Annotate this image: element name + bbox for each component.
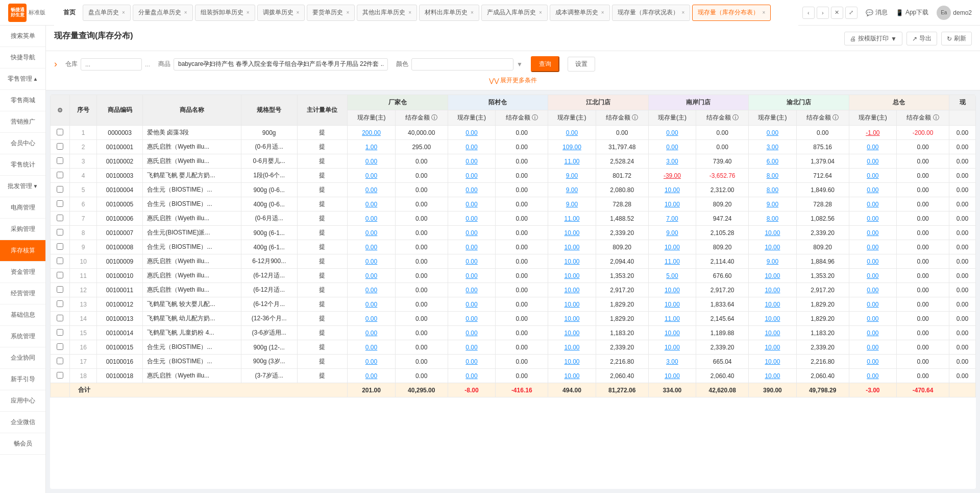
row-checkbox[interactable]	[57, 157, 63, 164]
sidebar-item-retail-mgmt[interactable]: 零售管理 ▲	[0, 68, 45, 90]
cell-factory-qty[interactable]: 0.00	[348, 212, 396, 226]
cell-yubei-qty[interactable]: 10.00	[749, 269, 797, 283]
cell-nanan-qty[interactable]: 10.00	[648, 326, 696, 340]
cell-jiangbei-qty[interactable]: 10.00	[548, 326, 596, 340]
export-button[interactable]: ↗ 导出	[906, 32, 937, 45]
cell-yubei-qty[interactable]: 10.00	[749, 355, 797, 369]
cell-check[interactable]	[51, 283, 70, 297]
sidebar-item-retail-stats[interactable]: 零售统计	[0, 154, 45, 176]
cell-nanan-qty[interactable]: 10.00	[648, 240, 696, 254]
row-checkbox[interactable]	[57, 172, 63, 178]
cell-jiangbei-qty[interactable]: 9.00	[548, 183, 596, 197]
cell-yubei-qty[interactable]: 8.00	[749, 183, 797, 197]
sidebar-item-cooperation[interactable]: 企业协同	[0, 347, 45, 369]
cell-nanan-qty[interactable]: 10.00	[648, 197, 696, 212]
cell-check[interactable]	[51, 297, 70, 312]
close-icon[interactable]: ×	[247, 10, 250, 15]
message-button[interactable]: 💬 消息	[866, 8, 888, 17]
cell-total-qty[interactable]: -1.00	[849, 126, 897, 140]
cell-mucun-qty[interactable]: 0.00	[448, 297, 496, 312]
sidebar-item-finance[interactable]: 资金管理	[0, 262, 45, 283]
cell-total-qty[interactable]: 0.00	[849, 212, 897, 226]
cell-jiangbei-qty[interactable]: 9.00	[548, 197, 596, 212]
cell-jiangbei-qty[interactable]: 10.00	[548, 340, 596, 355]
prev-tab-button[interactable]: ‹	[802, 7, 815, 19]
tab-home[interactable]: 首页	[58, 5, 81, 21]
row-checkbox[interactable]	[57, 129, 63, 135]
cell-yubei-qty[interactable]: 8.00	[749, 169, 797, 183]
cell-mucun-qty[interactable]: 0.00	[448, 254, 496, 269]
close-tab-button[interactable]: ✕	[831, 7, 843, 19]
cell-total-qty[interactable]: 0.00	[849, 140, 897, 154]
row-checkbox[interactable]	[57, 243, 63, 250]
sidebar-item-search[interactable]: 搜索英单	[0, 26, 45, 47]
cell-jiangbei-qty[interactable]: 9.00	[548, 169, 596, 183]
cell-yubei-qty[interactable]: 6.00	[749, 154, 797, 169]
cell-jiangbei-qty[interactable]: 10.00	[548, 254, 596, 269]
cell-check[interactable]	[51, 126, 70, 140]
row-checkbox[interactable]	[57, 229, 63, 236]
cell-mucun-qty[interactable]: 0.00	[448, 197, 496, 212]
sidebar-item-new-guide[interactable]: 新手引导	[0, 369, 45, 390]
cell-jiangbei-qty[interactable]: 10.00	[548, 355, 596, 369]
tab-branch-stocktake[interactable]: 分量盘点单历史 ×	[133, 5, 193, 21]
cell-factory-qty[interactable]: 0.00	[348, 355, 396, 369]
row-checkbox[interactable]	[57, 343, 63, 350]
cell-nanan-qty[interactable]: 0.00	[648, 140, 696, 154]
close-icon[interactable]: ×	[346, 10, 349, 15]
cell-nanan-qty[interactable]: 10.00	[648, 297, 696, 312]
cell-yubei-qty[interactable]: 10.00	[749, 312, 797, 326]
cell-jiangbei-qty[interactable]: 11.00	[548, 212, 596, 226]
cell-nanan-qty[interactable]: 10.00	[648, 283, 696, 297]
row-checkbox[interactable]	[57, 143, 63, 150]
cell-total-qty[interactable]: 0.00	[849, 183, 897, 197]
cell-factory-qty[interactable]: 200.00	[348, 126, 396, 140]
cell-check[interactable]	[51, 369, 70, 383]
cell-yubei-qty[interactable]: 10.00	[749, 297, 797, 312]
close-icon[interactable]: ×	[297, 10, 300, 15]
cell-nanan-qty[interactable]: 10.00	[648, 183, 696, 197]
cell-check[interactable]	[51, 226, 70, 240]
cell-yubei-qty[interactable]: 10.00	[749, 369, 797, 383]
cell-nanan-qty[interactable]: 9.00	[648, 226, 696, 240]
cell-check[interactable]	[51, 355, 70, 369]
cell-mucun-qty[interactable]: 0.00	[448, 226, 496, 240]
expand-conditions-button[interactable]: ⋁⋁ 展开更多条件	[489, 76, 537, 85]
cell-yubei-qty[interactable]: 8.00	[749, 212, 797, 226]
cell-mucun-qty[interactable]: 0.00	[448, 355, 496, 369]
tab-kit-teardown[interactable]: 组装拆卸单历史 ×	[195, 5, 255, 21]
cell-factory-qty[interactable]: 0.00	[348, 254, 396, 269]
cell-yubei-qty[interactable]: 10.00	[749, 326, 797, 340]
cell-nanan-qty[interactable]: 3.00	[648, 355, 696, 369]
cell-yubei-qty[interactable]: 10.00	[749, 283, 797, 297]
close-icon[interactable]: ×	[762, 10, 765, 15]
cell-jiangbei-qty[interactable]: 11.00	[548, 154, 596, 169]
cell-yubei-qty[interactable]: 9.00	[749, 254, 797, 269]
row-checkbox[interactable]	[57, 358, 63, 364]
cell-mucun-qty[interactable]: 0.00	[448, 283, 496, 297]
collapse-button[interactable]: ›	[54, 59, 57, 69]
sidebar-item-system[interactable]: 系统管理	[0, 326, 45, 347]
tab-other-out[interactable]: 其他出库单历史 ×	[357, 5, 417, 21]
cell-mucun-qty[interactable]: 0.00	[448, 169, 496, 183]
cell-mucun-qty[interactable]: 0.00	[448, 183, 496, 197]
cell-check[interactable]	[51, 326, 70, 340]
close-icon[interactable]: ×	[184, 10, 187, 15]
cell-nanan-qty[interactable]: 10.00	[648, 340, 696, 355]
row-checkbox[interactable]	[57, 200, 63, 207]
row-checkbox[interactable]	[57, 372, 63, 379]
sidebar-item-ecommerce[interactable]: 电商管理	[0, 197, 45, 219]
close-icon[interactable]: ×	[471, 10, 474, 15]
cell-total-qty[interactable]: 0.00	[849, 226, 897, 240]
cell-total-qty[interactable]: 0.00	[849, 326, 897, 340]
row-checkbox[interactable]	[57, 215, 63, 221]
cell-mucun-qty[interactable]: 0.00	[448, 326, 496, 340]
sidebar-item-app-center[interactable]: 应用中心	[0, 390, 45, 412]
cell-mucun-qty[interactable]: 0.00	[448, 312, 496, 326]
cell-nanan-qty[interactable]: 3.00	[648, 154, 696, 169]
cell-factory-qty[interactable]: 0.00	[348, 326, 396, 340]
warehouse-input[interactable]	[81, 58, 142, 71]
cell-nanan-qty[interactable]: 10.00	[648, 369, 696, 383]
row-checkbox[interactable]	[57, 329, 63, 336]
th-settings[interactable]: ⚙	[51, 95, 70, 126]
